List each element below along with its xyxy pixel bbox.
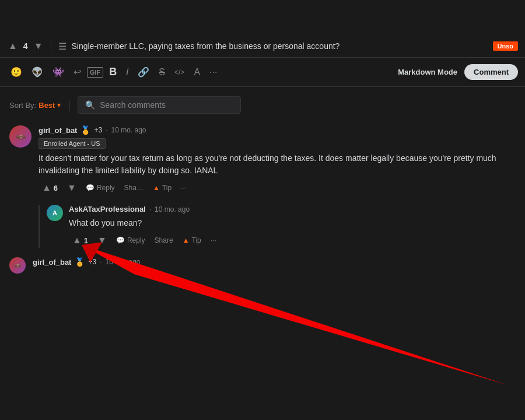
comment-1-upvote-count: 6 bbox=[54, 184, 58, 192]
alien-button[interactable]: 👾 bbox=[49, 64, 68, 80]
comment-1-upvote[interactable]: ▲ 6 bbox=[38, 180, 61, 195]
search-icon: 🔍 bbox=[85, 100, 95, 110]
downvote-button[interactable]: ▼ bbox=[33, 40, 44, 52]
unsolved-badge: Unso bbox=[493, 41, 519, 51]
editor-toolbar: 🙂 👽 👾 ↩ GIF B i 🔗 S </> A ··· Markdown M… bbox=[0, 58, 525, 87]
emoji-button[interactable]: 🙂 bbox=[7, 64, 26, 80]
reply-1-more-button[interactable]: ··· bbox=[207, 234, 220, 247]
controls-separator: | bbox=[68, 99, 71, 111]
reply-tip-icon: ▲ bbox=[183, 236, 190, 244]
code-button[interactable]: </> bbox=[171, 66, 188, 79]
comment-1-username: girl_of_bat bbox=[38, 126, 77, 135]
sort-by-control[interactable]: Sort By: Best ▾ bbox=[9, 101, 61, 110]
reply-1-header: AskATaxProfessional · 10 mo. ago bbox=[69, 205, 516, 214]
vote-count: 4 bbox=[23, 41, 28, 51]
reply-1-content: AskATaxProfessional · 10 mo. ago What do… bbox=[69, 205, 516, 248]
gif-button[interactable]: GIF bbox=[87, 67, 103, 78]
reply-downvote-icon: ▼ bbox=[97, 235, 107, 246]
comment-1-header: girl_of_bat 🏅 +3 · 10 mo. ago bbox=[38, 125, 516, 135]
more-button[interactable]: ··· bbox=[206, 65, 220, 80]
reply-1-upvote[interactable]: ▲ 1 bbox=[69, 233, 92, 248]
reply-1-time: 10 mo. ago bbox=[155, 205, 190, 214]
comment-button[interactable]: Comment bbox=[464, 64, 518, 80]
flair-icon: 🏅 bbox=[80, 125, 90, 135]
link-button[interactable]: 🔗 bbox=[134, 64, 153, 80]
comment-1-more-button[interactable]: ··· bbox=[177, 181, 190, 194]
comment-footer: 🦇 girl_of_bat 🏅 +3 · 10 mo. ago bbox=[9, 255, 516, 274]
comment-1-share-button[interactable]: Sha… bbox=[121, 181, 147, 194]
post-title: Single-member LLC, paying taxes from the… bbox=[71, 41, 488, 51]
reply-more-icon: ··· bbox=[211, 236, 216, 244]
downvote-icon: ▼ bbox=[67, 183, 76, 193]
reply-reply-label: Reply bbox=[127, 236, 145, 244]
sort-arrow-icon: ▾ bbox=[57, 101, 61, 109]
tip-label: Tip bbox=[162, 184, 172, 192]
comment-1-karma: +3 bbox=[94, 126, 102, 134]
reddit-face-button[interactable]: 👽 bbox=[28, 64, 47, 80]
footer-flair-icon: 🏅 bbox=[75, 257, 85, 267]
comment-1-actions: ▲ 6 ▼ 💬 Reply Sha… ▲ Tip ··· bbox=[38, 180, 516, 195]
controls-bar: Sort By: Best ▾ | 🔍 bbox=[0, 87, 525, 123]
reply-tip-label: Tip bbox=[192, 236, 201, 244]
comments-section: 🦇 girl_of_bat 🏅 +3 · 10 mo. ago Enrolled… bbox=[0, 123, 525, 283]
comment-1: 🦇 girl_of_bat 🏅 +3 · 10 mo. ago Enrolled… bbox=[9, 123, 516, 195]
more-icon: ··· bbox=[181, 184, 187, 192]
post-icon: ☰ bbox=[58, 41, 66, 52]
comment-1-text: It doesn't matter for your tax return as… bbox=[38, 152, 516, 177]
undo-button[interactable]: ↩ bbox=[70, 64, 85, 80]
comment-1-downvote[interactable]: ▼ bbox=[64, 180, 80, 195]
reply-reply-icon: 💬 bbox=[116, 236, 125, 244]
reply-1: A AskATaxProfessional · 10 mo. ago What … bbox=[38, 205, 516, 248]
sort-value: Best bbox=[38, 101, 55, 110]
upvote-button[interactable]: ▲ bbox=[7, 40, 19, 52]
format-button[interactable]: A bbox=[190, 65, 204, 80]
reply-label: Reply bbox=[97, 184, 115, 192]
enrolled-badge: Enrolled Agent - US bbox=[38, 138, 106, 149]
comment-1-tip-button[interactable]: ▲ Tip bbox=[149, 181, 175, 194]
reply-1-upvote-count: 1 bbox=[84, 236, 88, 245]
upvote-icon: ▲ bbox=[42, 183, 51, 193]
reply-1-username: AskATaxProfessional bbox=[69, 205, 146, 214]
reply-upvote-icon: ▲ bbox=[72, 235, 82, 246]
italic-button[interactable]: i bbox=[123, 64, 132, 80]
reply-1-reply-button[interactable]: 💬 Reply bbox=[113, 234, 149, 247]
share-label: Sha… bbox=[124, 184, 144, 192]
tip-icon: ▲ bbox=[153, 184, 160, 192]
strikethrough-button[interactable]: S bbox=[155, 65, 169, 80]
footer-time: 10 mo. ago bbox=[106, 258, 141, 266]
markdown-mode-button[interactable]: Markdown Mode bbox=[393, 65, 462, 79]
comment-1-reply-button[interactable]: 💬 Reply bbox=[82, 181, 118, 194]
comment-1-content: girl_of_bat 🏅 +3 · 10 mo. ago Enrolled A… bbox=[38, 125, 516, 195]
footer-karma: +3 bbox=[88, 258, 96, 266]
footer-comment-content: girl_of_bat 🏅 +3 · 10 mo. ago bbox=[33, 257, 516, 274]
footer-comment-header: girl_of_bat 🏅 +3 · 10 mo. ago bbox=[33, 257, 516, 267]
reply-share-label: Share bbox=[155, 236, 173, 244]
search-container: 🔍 bbox=[78, 96, 241, 114]
reply-1-text: What do you mean? bbox=[69, 217, 516, 229]
comment-1-time: 10 mo. ago bbox=[111, 126, 146, 134]
avatar-girl-of-bat-2: 🦇 bbox=[9, 257, 26, 274]
sort-label: Sort By: bbox=[9, 101, 36, 110]
header-top bbox=[0, 0, 525, 35]
bold-button[interactable]: B bbox=[106, 64, 120, 80]
footer-username: girl_of_bat bbox=[33, 258, 71, 267]
reply-1-tip-button[interactable]: ▲ Tip bbox=[179, 234, 205, 247]
top-bar: ▲ 4 ▼ ☰ Single-member LLC, paying taxes … bbox=[0, 35, 525, 58]
avatar-girl-of-bat: 🦇 bbox=[9, 125, 32, 148]
separator bbox=[51, 40, 51, 52]
reply-1-downvote[interactable]: ▼ bbox=[94, 233, 110, 248]
reply-icon: 💬 bbox=[86, 184, 94, 192]
avatar-askataxpro: A bbox=[47, 205, 63, 221]
reply-1-share-button[interactable]: Share bbox=[151, 234, 177, 247]
search-input[interactable] bbox=[100, 100, 233, 110]
reply-1-actions: ▲ 1 ▼ 💬 Reply Share ▲ Tip ··· bbox=[69, 233, 516, 248]
